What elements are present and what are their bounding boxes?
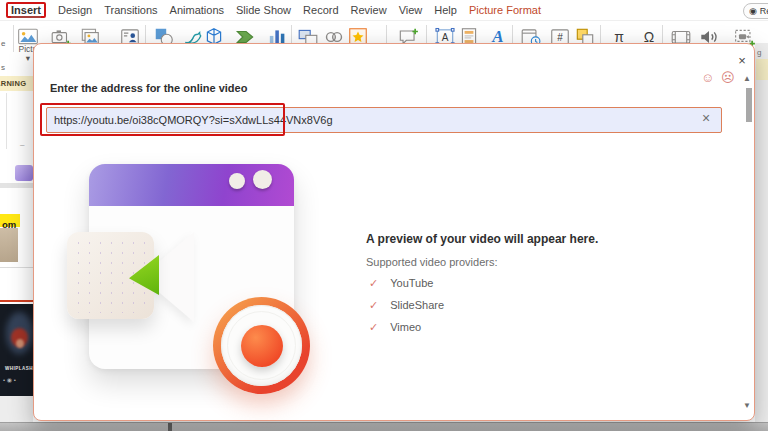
video-title: WHIPLASH [5,366,33,371]
image-thumbnail-partial[interactable] [0,228,18,262]
insert-tab-annotation: Insert [6,2,46,18]
online-video-dialog: × ☺ ☹ ▲ ▼ Enter the address for the onli… [33,43,755,421]
provider-name: YouTube [390,277,433,290]
slide-thumbnail-partial[interactable] [15,165,33,181]
provider-item: ✓ SlideShare [369,299,444,312]
tab-record[interactable]: Record [303,4,338,16]
check-icon: ✓ [369,321,378,334]
clipped-ribbon-text: e [1,39,5,48]
check-icon: ✓ [369,277,378,290]
pane-dash: – [20,140,24,149]
provider-name: Vimeo [390,321,421,334]
provider-item: ✓ YouTube [369,277,433,290]
video-thumbnail[interactable]: WHIPLASH • ◉ • [0,304,33,396]
provider-name: SlideShare [390,299,444,312]
pane-separator [0,183,33,188]
illustration-dot [253,170,272,189]
clipped-ribbon-text: s [1,63,5,72]
chevron-down-icon: ▾ [26,53,30,63]
scrollbar-thumb[interactable] [746,88,752,122]
tab-animations[interactable]: Animations [170,4,224,16]
tab-help[interactable]: Help [434,4,457,16]
illustration-dot [229,173,245,189]
record-dot-icon: ◉ [749,6,757,16]
menu-bar: Insert Design Transitions Animations Sli… [0,0,768,21]
frown-feedback-icon[interactable]: ☹ [721,70,735,85]
providers-label: Supported video providers: [366,256,497,268]
video-url-input[interactable] [46,107,722,133]
bottom-bar-notch [168,423,172,431]
record-button-label: Re [760,6,768,16]
warning-banner: WARNING [0,76,33,91]
record-button[interactable]: ◉ Re [743,3,768,19]
highlighted-text: om [0,214,20,227]
right-sliver [755,43,768,422]
tab-transitions[interactable]: Transitions [104,4,157,16]
clear-input-icon[interactable]: × [702,110,710,126]
tab-insert[interactable]: Insert [11,4,41,18]
pane-bottom [0,396,33,422]
check-icon: ✓ [369,299,378,312]
close-icon[interactable]: × [734,53,750,68]
tab-view[interactable]: View [399,4,423,16]
pane-divider [6,93,7,149]
preview-heading: A preview of your video will appear here… [366,232,598,246]
right-warning-partial [756,59,768,80]
scroll-up-icon[interactable]: ▲ [741,74,753,83]
tab-slide-show[interactable]: Slide Show [236,4,291,16]
scroll-down-icon[interactable]: ▼ [741,401,753,410]
video-thumb-face [16,339,24,348]
smiley-feedback-icon[interactable]: ☺ [701,70,714,85]
video-illustration [76,159,316,411]
clipped-text: g [757,48,761,57]
illustration-record-button [213,297,310,394]
tab-review[interactable]: Review [351,4,387,16]
annotation-line-partial [0,300,33,302]
player-controls[interactable]: • ◉ • [3,376,16,383]
pane-divider [0,267,33,268]
provider-item: ✓ Vimeo [369,321,421,334]
address-label: Enter the address for the online video [50,82,247,94]
tab-picture-format[interactable]: Picture Format [469,4,541,16]
tab-design[interactable]: Design [58,4,92,16]
window-bottom-bar [0,422,768,431]
